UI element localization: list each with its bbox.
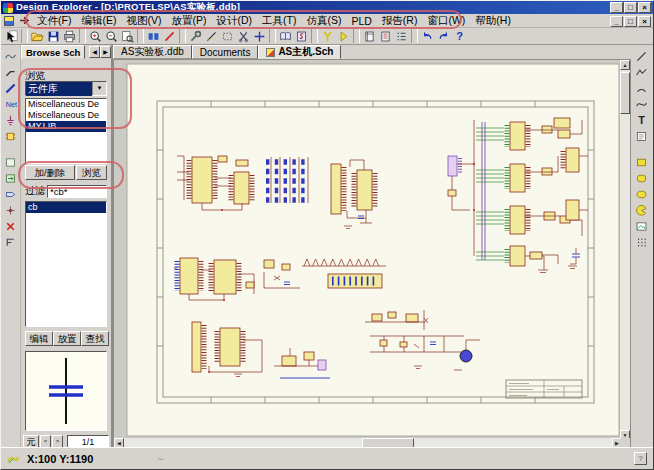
find-button[interactable]: 查找 [81, 331, 109, 346]
zoom-window-icon[interactable] [120, 29, 135, 44]
close-button[interactable]: × [638, 2, 651, 13]
tab-design-database[interactable]: AS实验板.ddb [113, 45, 192, 59]
tab-browse-sch[interactable]: Browse Sch [21, 45, 85, 59]
move-cross-icon[interactable] [252, 29, 267, 44]
select-cursor-icon[interactable] [4, 29, 19, 44]
place-button[interactable]: 放置 [53, 331, 81, 346]
library-list-item[interactable]: Miscellaneous De [26, 110, 106, 121]
menu-edit[interactable]: 编辑(E) [78, 14, 119, 28]
notebook-icon[interactable] [362, 29, 377, 44]
toolbar-separator [353, 29, 360, 43]
junction-icon[interactable] [3, 203, 19, 217]
doc-minimize-button[interactable]: _ [610, 16, 623, 27]
restore-button[interactable]: □ [624, 2, 637, 13]
components-icon[interactable] [146, 29, 161, 44]
bezier-icon[interactable] [634, 97, 650, 111]
help-icon[interactable]: ? [452, 29, 467, 44]
menu-bar: 文件(F) 编辑(E) 视图(V) 放置(P) 设计(D) 工具(T) 仿真(S… [1, 14, 653, 28]
ellipse-icon[interactable] [634, 187, 650, 201]
app-icon [3, 3, 13, 13]
bus-entry-icon[interactable] [3, 65, 19, 79]
component-list-item-selected[interactable]: cb [26, 202, 106, 213]
wire-tool-icon[interactable] [162, 29, 177, 44]
zoom-out-icon[interactable] [104, 29, 119, 44]
tools-wrench-icon[interactable] [188, 29, 203, 44]
notebook-alt-icon[interactable] [378, 29, 393, 44]
selection-rect-icon[interactable] [220, 29, 235, 44]
library-list-item[interactable]: Miscellaneous De [26, 99, 106, 110]
component-list[interactable]: cb [25, 201, 107, 327]
cut-icon[interactable] [236, 29, 251, 44]
redo-icon[interactable] [436, 29, 451, 44]
vertical-scroll-thumb[interactable] [620, 72, 630, 114]
panel-toggle-arrow-icon[interactable] [18, 14, 30, 28]
place-wire-icon[interactable] [3, 49, 19, 63]
undo-icon[interactable] [420, 29, 435, 44]
array-icon[interactable] [634, 235, 650, 249]
text-icon[interactable]: T [634, 113, 650, 127]
panel-tab-scroll-right-icon[interactable]: ▶ [100, 46, 111, 58]
doc-restore-button[interactable]: □ [624, 16, 637, 27]
toolbar-separator [137, 29, 144, 43]
graphic-icon[interactable] [634, 219, 650, 233]
text-frame-icon[interactable] [634, 129, 650, 143]
scroll-up-icon[interactable]: ▲ [620, 60, 630, 70]
power-port-icon[interactable] [3, 113, 19, 127]
menu-design[interactable]: 设计(D) [213, 14, 255, 28]
menu-window[interactable]: 窗口(W) [424, 14, 468, 28]
menu-view[interactable]: 视图(V) [123, 14, 164, 28]
no-erc-icon[interactable] [3, 219, 19, 233]
tab-schematic-active[interactable]: AS主机.Sch [258, 45, 341, 59]
library-list-item-selected[interactable]: MY.LIB [26, 121, 106, 132]
doc-close-button[interactable]: × [638, 16, 651, 27]
status-corner-button[interactable]: ? [634, 452, 647, 465]
library-list[interactable]: Miscellaneous De Miscellaneous De MY.LIB [25, 98, 107, 164]
place-part-icon[interactable] [3, 129, 19, 143]
pager-unit-button[interactable]: 元 [23, 435, 39, 448]
browse-panel: Browse Sch ◀ ▶ 浏览 元件库 ▼ Miscellaneous De… [21, 45, 113, 449]
browse-category-select[interactable]: 元件库 ▼ [25, 81, 107, 96]
panel-tab-scroll-left-icon[interactable]: ◀ [89, 46, 100, 58]
menu-pld[interactable]: PLD [348, 15, 374, 27]
vertical-scrollbar[interactable]: ▲ ▼ [620, 60, 630, 440]
add-remove-button[interactable]: 加/删除 [25, 165, 75, 180]
numbered-list-icon[interactable] [394, 29, 409, 44]
filter-input[interactable]: *cb* [47, 185, 107, 198]
menu-reports[interactable]: 报告(R) [379, 14, 421, 28]
open-folder-icon[interactable] [30, 29, 45, 44]
menu-file[interactable]: 文件(F) [34, 14, 74, 28]
pcb-directive-icon[interactable] [3, 235, 19, 249]
menu-simulate[interactable]: 仿真(S) [303, 14, 344, 28]
probe-icon[interactable] [320, 29, 335, 44]
schematic-canvas[interactable]: ▲ ▼ ◀ ▶ [113, 59, 631, 449]
chevron-down-icon[interactable]: ▼ [92, 82, 106, 95]
draw-line-icon[interactable] [204, 29, 219, 44]
document-area: AS实验板.ddb Documents AS主机.Sch [113, 45, 631, 449]
save-icon[interactable] [46, 29, 61, 44]
line-icon[interactable] [634, 49, 650, 63]
library-book-icon[interactable] [278, 29, 293, 44]
menu-help[interactable]: 帮助(H) [472, 14, 514, 28]
pie-icon[interactable] [634, 203, 650, 217]
round-rectangle-icon[interactable] [634, 171, 650, 185]
arc-icon[interactable] [634, 81, 650, 95]
bus-icon[interactable] [3, 81, 19, 95]
sheet-entry-icon[interactable] [3, 171, 19, 185]
print-icon[interactable] [62, 29, 77, 44]
document-window-controls: _ □ × [610, 16, 651, 27]
net-label-icon[interactable]: Net [3, 97, 19, 111]
menu-tools[interactable]: 工具(T) [259, 14, 299, 28]
edit-button[interactable]: 编辑 [25, 331, 53, 346]
minimize-button[interactable]: _ [610, 2, 623, 13]
polyline-icon[interactable] [634, 65, 650, 79]
library-manage-icon[interactable] [294, 29, 309, 44]
run-simulation-icon[interactable] [336, 29, 351, 44]
sheet-symbol-icon[interactable] [3, 155, 19, 169]
tab-documents[interactable]: Documents [192, 45, 259, 59]
rectangle-icon[interactable] [634, 155, 650, 169]
port-icon[interactable] [3, 187, 19, 201]
cursor-scribble-icon [7, 454, 19, 464]
zoom-in-icon[interactable] [88, 29, 103, 44]
menu-place[interactable]: 放置(P) [168, 14, 209, 28]
browse-button[interactable]: 浏览 [76, 165, 107, 180]
